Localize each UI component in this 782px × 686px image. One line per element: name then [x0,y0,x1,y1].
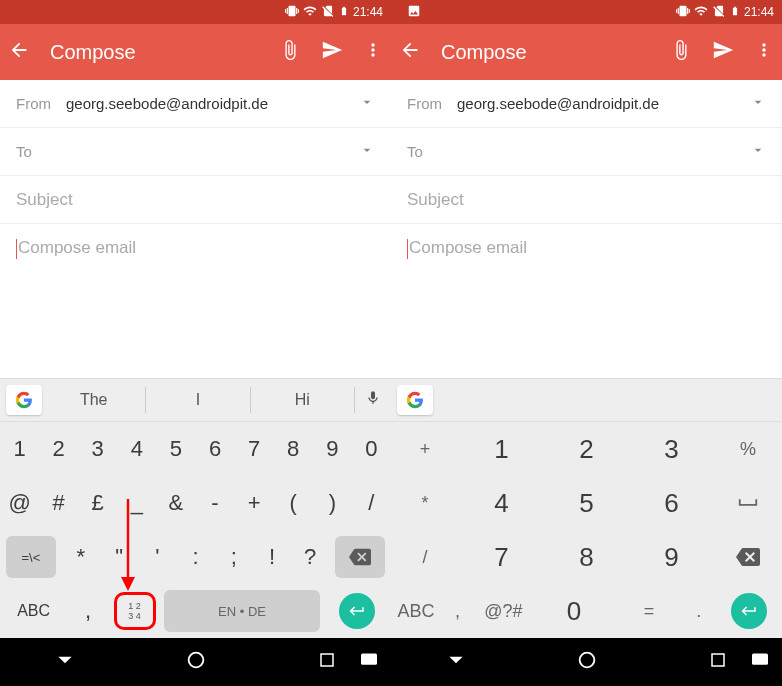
svg-rect-6 [752,654,768,665]
key-colon[interactable]: : [176,530,214,584]
key-backspace[interactable] [335,536,385,578]
key-slash[interactable]: / [352,476,391,530]
subject-field[interactable]: Subject [391,176,782,224]
key-8[interactable]: 8 [274,422,313,476]
key-3[interactable]: 3 [78,422,117,476]
key-2[interactable]: 2 [544,422,629,476]
key-numpad-switch[interactable]: 1 2 3 4 [109,584,161,638]
key-slash[interactable]: / [391,530,459,584]
nav-recent-icon[interactable] [709,651,727,673]
key-1[interactable]: 1 [459,422,544,476]
body-field[interactable]: Compose email [391,224,782,378]
attach-icon[interactable] [670,39,692,65]
attach-icon[interactable] [279,39,301,65]
key-backspace[interactable] [714,530,782,584]
key-6[interactable]: 6 [629,476,714,530]
key-space[interactable]: EN • DE [164,590,319,632]
text-cursor [16,239,17,259]
key-9[interactable]: 9 [629,530,714,584]
svg-point-1 [189,653,204,668]
key-9[interactable]: 9 [313,422,352,476]
key-plus[interactable]: + [235,476,274,530]
to-label: To [16,143,66,160]
key-amp[interactable]: & [156,476,195,530]
nav-keyboard-icon[interactable] [750,652,770,672]
from-field[interactable]: From georg.seebode@androidpit.de [0,80,391,128]
status-time: 21:44 [744,5,774,19]
back-icon[interactable] [8,39,30,65]
key-abc[interactable]: ABC [391,584,441,638]
key-dot[interactable]: . [682,584,715,638]
key-0[interactable]: 0 [352,422,391,476]
nav-recent-icon[interactable] [318,651,336,673]
key-0[interactable]: 0 [532,584,615,638]
more-icon[interactable] [363,40,383,64]
key-dquote[interactable]: " [100,530,138,584]
key-4[interactable]: 4 [459,476,544,530]
key-enter[interactable] [324,584,391,638]
key-7[interactable]: 7 [459,530,544,584]
mic-icon[interactable] [355,390,391,410]
key-equals[interactable]: = [616,584,683,638]
nav-home-icon[interactable] [185,649,207,675]
key-4[interactable]: 4 [117,422,156,476]
send-icon[interactable] [321,39,343,65]
to-field[interactable]: To [391,128,782,176]
key-more-symbols[interactable]: =\< [6,536,56,578]
key-underscore[interactable]: _ [117,476,156,530]
key-rparen[interactable]: ) [313,476,352,530]
key-spacebar-icon[interactable] [714,476,782,530]
to-field[interactable]: To [0,128,391,176]
key-comma[interactable]: , [67,584,108,638]
key-semicolon[interactable]: ; [215,530,253,584]
row-3: =\< * " ' : ; ! ? [0,530,391,584]
nav-back-icon[interactable] [55,650,75,674]
key-percent[interactable]: % [714,422,782,476]
nav-back-icon[interactable] [446,650,466,674]
key-6[interactable]: 6 [195,422,234,476]
key-comma[interactable]: , [441,584,474,638]
key-1[interactable]: 1 [0,422,39,476]
status-time: 21:44 [353,5,383,19]
google-icon[interactable] [6,385,42,415]
google-icon[interactable] [397,385,433,415]
key-bang[interactable]: ! [253,530,291,584]
body-field[interactable]: Compose email [0,224,391,378]
key-abc[interactable]: ABC [0,584,67,638]
key-star[interactable]: * [391,476,459,530]
key-plus[interactable]: + [391,422,459,476]
key-symbols[interactable]: @?# [474,584,532,638]
subject-placeholder: Subject [16,190,73,210]
key-pound[interactable]: £ [78,476,117,530]
nav-home-icon[interactable] [576,649,598,675]
key-enter[interactable] [715,584,782,638]
screen-right: 21:44 Compose From georg.seebode@android… [391,0,782,686]
suggestion-3[interactable]: Hi [251,387,355,413]
svg-rect-3 [361,654,377,665]
key-7[interactable]: 7 [235,422,274,476]
chevron-down-icon [750,94,766,114]
key-hash[interactable]: # [39,476,78,530]
key-dash[interactable]: - [195,476,234,530]
back-icon[interactable] [399,39,421,65]
key-star[interactable]: * [62,530,100,584]
key-8[interactable]: 8 [544,530,629,584]
app-bar: Compose [391,24,782,80]
key-5[interactable]: 5 [544,476,629,530]
key-lparen[interactable]: ( [274,476,313,530]
screen-left: 21:44 Compose From georg.seebode@android… [0,0,391,686]
key-at[interactable]: @ [0,476,39,530]
from-field[interactable]: From georg.seebode@androidpit.de [391,80,782,128]
nav-keyboard-icon[interactable] [359,652,379,672]
send-icon[interactable] [712,39,734,65]
key-squote[interactable]: ' [138,530,176,584]
picture-icon [407,4,421,21]
key-3[interactable]: 3 [629,422,714,476]
suggestion-1[interactable]: The [42,387,146,413]
key-question[interactable]: ? [291,530,329,584]
key-5[interactable]: 5 [156,422,195,476]
suggestion-2[interactable]: I [146,387,250,413]
key-2[interactable]: 2 [39,422,78,476]
subject-field[interactable]: Subject [0,176,391,224]
more-icon[interactable] [754,40,774,64]
